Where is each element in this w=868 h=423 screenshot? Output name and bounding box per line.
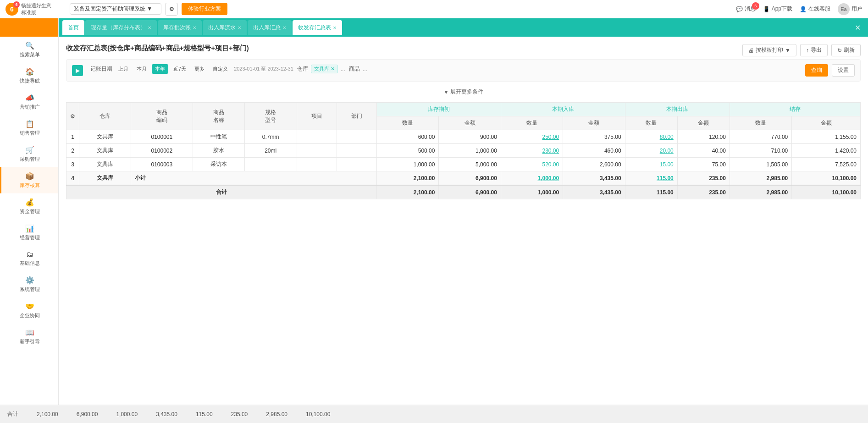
row-open-amt: 1,000.00 (439, 144, 501, 158)
settings-icon[interactable]: ⚙ (165, 3, 178, 16)
online-service-item[interactable]: 👤 在线客服 (800, 5, 830, 13)
total-bal-qty: 2,985.00 (730, 185, 791, 199)
col-settings[interactable]: ⚙ (66, 103, 79, 130)
close-all-tabs-button[interactable]: ✕ (851, 23, 864, 32)
logo-icon: 6 6 (6, 3, 18, 16)
page-content: 收发存汇总表(按仓库+商品编码+商品+规格型号+项目+部门) 🖨 按模板打印 ▼… (59, 37, 868, 405)
warehouse-tag-remove[interactable]: ✕ (331, 66, 335, 72)
row-bal-qty: 1,505.00 (730, 158, 791, 171)
app-download-item[interactable]: 📱 App下载 (763, 5, 792, 13)
tab-close-inout-flow[interactable]: ✕ (238, 25, 241, 30)
row-open-qty: 500.00 (377, 144, 439, 158)
tab-inout-flow[interactable]: 出入库流水 ✕ (203, 20, 247, 35)
row-out-amt: 40.00 (677, 144, 730, 158)
sidebar-item-operations[interactable]: 📊 经营管理 (0, 220, 58, 246)
goods-filter-more[interactable]: ... (363, 66, 367, 72)
filter-toggle-button[interactable]: ▶ (72, 65, 83, 76)
row-bal-qty: 770.00 (730, 130, 791, 144)
sidebar-item-corp[interactable]: 🤝 企业协同 (0, 297, 58, 324)
tab-close-inout-summary[interactable]: ✕ (282, 25, 286, 30)
footer-total-in-qty: 1,000.00 (116, 411, 138, 418)
tab-close-inventory-dist[interactable]: ✕ (148, 25, 151, 30)
row-project (297, 158, 337, 171)
row-project (297, 130, 337, 144)
date-btn-this-year[interactable]: 本年 (152, 64, 168, 74)
sidebar-item-purchase[interactable]: 🛒 采购管理 (0, 141, 58, 167)
col-bal-amt: 金额 (792, 116, 861, 130)
col-open-qty: 数量 (377, 116, 439, 130)
tab-close-batch[interactable]: ✕ (193, 25, 196, 30)
footer-total-bal-qty: 2,985.00 (266, 411, 287, 418)
tab-recv-send[interactable]: 收发存汇总表 ✕ (293, 20, 342, 35)
col-in-amt: 金额 (563, 116, 625, 130)
sidebar-item-sales[interactable]: 📋 销售管理 (0, 115, 58, 141)
row-goods-code: 0100003 (131, 158, 193, 171)
date-btn-7days[interactable]: 近7天 (170, 64, 189, 74)
row-project (297, 144, 337, 158)
total-open-amt: 6,900.00 (439, 185, 501, 199)
col-bal-qty: 数量 (730, 116, 791, 130)
row-out-qty[interactable]: 20.00 (625, 144, 677, 158)
tab-home[interactable]: 首页 (62, 20, 84, 35)
sidebar-item-base[interactable]: 🗂 基础信息 (0, 246, 58, 271)
query-button[interactable]: 查询 (805, 64, 828, 77)
date-btn-this-month[interactable]: 本月 (133, 64, 150, 74)
refresh-icon: ↻ (837, 47, 842, 54)
row-out-amt: 75.00 (677, 158, 730, 171)
tab-inventory-dist[interactable]: 现存量（库存分布表） ✕ (85, 20, 157, 35)
notification-item[interactable]: 💬 消息 6 (736, 5, 756, 13)
row-in-qty[interactable]: 230.00 (501, 144, 563, 158)
user-item[interactable]: Ea 用户 (838, 3, 862, 15)
tab-bar: 首页 现存量（库存分布表） ✕ 库存批次账 ✕ 出入库流水 ✕ 出入库汇总 ✕ (59, 18, 868, 37)
system-icon: ⚙️ (25, 276, 34, 285)
warehouse-filter-more[interactable]: ... (341, 66, 345, 72)
expand-conditions-button[interactable]: ▼ 展开更多条件 (440, 86, 487, 98)
sidebar-header (0, 18, 58, 37)
total-out-amt: 235.00 (677, 185, 730, 199)
row-goods-code: 0100001 (131, 130, 193, 144)
sidebar-item-guide[interactable]: 📖 新手引导 (0, 324, 58, 350)
guide-icon: 📖 (25, 328, 34, 337)
col-dept-header: 部门 (337, 103, 376, 130)
total-open-qty: 2,100.00 (377, 185, 439, 199)
system-selector[interactable]: 装备及固定资产辅助管理系统 ▼ (70, 3, 161, 15)
sidebar-item-quick[interactable]: 🏠 快捷导航 (0, 63, 58, 89)
row-warehouse: 文具库 (79, 144, 131, 158)
footer-bar: 合计 2,100.00 6,900.00 1,000.00 3,435.00 1… (0, 405, 868, 423)
trial-button[interactable]: 体验行业方案 (182, 3, 227, 15)
row-goods-name: 中性笔 (193, 130, 245, 144)
operations-icon: 📊 (25, 224, 34, 233)
top-bar: 6 6 畅捷通好生意 标准版 装备及固定资产辅助管理系统 ▼ ⚙ 体验行业方案 … (0, 0, 868, 18)
row-in-qty[interactable]: 250.00 (501, 130, 563, 144)
row-no: 1 (66, 130, 79, 144)
export-button[interactable]: ↑ 导出 (800, 44, 828, 56)
date-btn-last-month[interactable]: 上月 (115, 64, 132, 74)
tab-inout-summary[interactable]: 出入库汇总 ✕ (248, 20, 292, 35)
total-bal-amt: 10,100.00 (792, 185, 861, 199)
row-out-qty[interactable]: 15.00 (625, 158, 677, 171)
row-goods-name: 采访本 (193, 158, 245, 171)
tab-close-recv-send[interactable]: ✕ (333, 25, 337, 30)
table-settings-button[interactable]: 设置 (832, 64, 855, 77)
row-out-qty[interactable]: 80.00 (625, 130, 677, 144)
sidebar: 🔍 搜索菜单 🏠 快捷导航 📣 营销推广 📋 销售管理 🛒 采购管理 📦 (0, 18, 59, 405)
date-btn-more[interactable]: 更多 (191, 64, 208, 74)
print-button[interactable]: 🖨 按模板打印 ▼ (742, 44, 796, 56)
sidebar-item-inventory[interactable]: 📦 库存核算 (0, 167, 58, 193)
row-in-amt: 375.00 (563, 130, 625, 144)
tab-batch[interactable]: 库存批次账 ✕ (158, 20, 202, 35)
sidebar-item-system[interactable]: ⚙️ 系统管理 (0, 271, 58, 297)
row-in-qty[interactable]: 520.00 (501, 158, 563, 171)
sidebar-item-finance[interactable]: 💰 资金管理 (0, 193, 58, 220)
export-icon: ↑ (806, 47, 809, 54)
refresh-button[interactable]: ↻ 刷新 (831, 44, 861, 56)
marketing-icon: 📣 (25, 93, 34, 102)
sidebar-item-search[interactable]: 🔍 搜索菜单 (0, 37, 58, 63)
col-out-qty: 数量 (625, 116, 677, 130)
sidebar-item-marketing[interactable]: 📣 营销推广 (0, 89, 58, 115)
date-btn-custom[interactable]: 自定义 (210, 64, 231, 74)
total-out-qty: 115.00 (625, 185, 677, 199)
row-goods-spec: 0.7mm (244, 130, 297, 144)
col-group-opening: 库存期初 (377, 103, 501, 116)
toolbar: 🖨 按模板打印 ▼ ↑ 导出 ↻ 刷新 (742, 44, 861, 56)
